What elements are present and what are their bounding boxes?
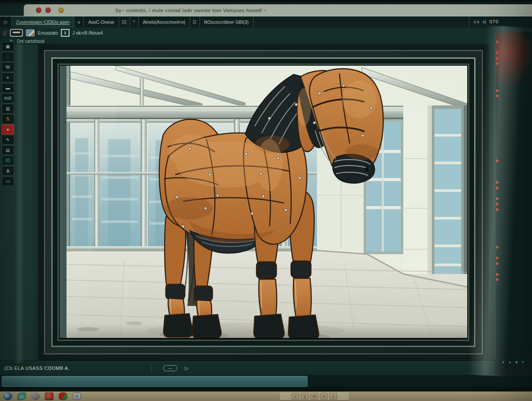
monitor-button[interactable]: I [291, 393, 299, 400]
tab-nav-back-icon[interactable]: |< [0, 16, 12, 28]
tab[interactable]: ^ [130, 16, 139, 28]
code-line: (M<O) Ca( [495, 88, 532, 93]
chevron-bar-icon[interactable]: ʌ| [483, 19, 486, 24]
window-controls [36, 7, 68, 13]
code-line: )OBM ._( [495, 191, 532, 196]
tool-button[interactable]: A [2, 166, 14, 176]
tool-button[interactable]: Im0 [2, 93, 14, 103]
bezel-sticker [31, 392, 40, 400]
tool-icon: ✎ [6, 137, 10, 142]
tool-icon: ▭ [6, 179, 10, 184]
code-line: OF00=1OM [495, 45, 532, 50]
tab[interactable]: Aloels(Ascocmool<e| [139, 16, 190, 28]
tab[interactable]: D| [119, 16, 130, 28]
screen-bottom-edge [0, 387, 532, 391]
code-line: OONJ UE( [495, 109, 532, 115]
code-line: eDQ'( [495, 304, 532, 309]
tool-icon: A [6, 169, 9, 173]
close-button-2[interactable] [45, 7, 51, 13]
monitor-button[interactable]: Λ [320, 393, 328, 400]
code-line: -14O =O( [495, 185, 532, 191]
code-line: (x3 ,J(( [495, 266, 532, 272]
code-line: wBUt|i<7) [495, 50, 532, 56]
filmstrip-label[interactable]: Ersuszato [38, 30, 58, 35]
monitor-button-panel: I 1 Π Λ | [280, 393, 349, 400]
tab[interactable]: AseC-Onese [84, 16, 119, 28]
tool-button[interactable]: ▣ [2, 41, 14, 51]
code-line: DB2L32 4V [495, 55, 532, 61]
tab[interactable]: NOscoccrldoer GBI(3) [200, 16, 253, 28]
code-line: dPO)O)3( [495, 174, 532, 180]
horizontal-scrollbar[interactable] [0, 374, 532, 388]
sync-label[interactable]: Dnt cartzbasal [17, 39, 44, 44]
page-label[interactable]: J ok>/8 /Nous4 [73, 30, 103, 35]
tool-icon: ▤ [6, 148, 10, 153]
tool-button[interactable]: ▥ [2, 104, 14, 114]
code-line: OF LDUT G [495, 99, 532, 104]
page-icon[interactable]: 1 [61, 29, 70, 37]
code-line: UO1Z =(( [495, 271, 532, 277]
tab-bar: |< Zusenotogen CIDEto asen ∨ AseC-Onese … [0, 16, 532, 28]
cursor-play-icon[interactable]: ▷ [185, 366, 188, 371]
code-line: O39F CO7( [495, 120, 532, 126]
tab[interactable]: D [190, 16, 200, 28]
monitor-button[interactable]: | [329, 393, 337, 400]
code-line: CO@>OGI( [495, 104, 532, 110]
tab-label: ^ [133, 19, 135, 25]
panel-footer-icons[interactable]: ◐ ◒ ● ◓ [496, 360, 532, 366]
toolbar: |)ʼ Ersuszato 1 J ok>/8 /Nous4 ↻ Dnt car… [0, 28, 532, 45]
code-line: D)3I 7(( [495, 277, 532, 283]
tool-button[interactable]: ∴ [2, 52, 14, 62]
image-strip-icon[interactable] [10, 29, 23, 37]
code-line: CAC( [495, 315, 532, 320]
close-button[interactable] [36, 7, 41, 13]
titlebar-corner [0, 4, 24, 16]
code-line: -40T BB 5T( [495, 34, 532, 39]
monitor-button[interactable]: Π [310, 393, 318, 400]
chevron-up-icons[interactable]: ʌ ʌ [474, 19, 479, 24]
code-line: LUCE9 .M) [495, 61, 532, 67]
code-line: BT BH .D(( [495, 147, 532, 153]
tool-button[interactable]: ▭ [2, 176, 14, 186]
code-line: OETT 7m( [495, 207, 532, 212]
bezel-sticker [45, 392, 54, 400]
tool-button[interactable]: W [2, 62, 14, 72]
dash-icon[interactable]: — [163, 365, 177, 371]
code-line: OCCI EO)( [495, 201, 532, 207]
code-line: M [495, 288, 532, 293]
code-line: OBVBM(( [495, 250, 532, 255]
code-line: C<D( [495, 299, 532, 304]
thumbnail-icon[interactable] [26, 29, 35, 36]
scrollbar-thumb[interactable] [2, 376, 307, 387]
tab[interactable]: Zusenotogen CIDEto asen [12, 16, 74, 28]
code-line: <OWRT =3( [495, 137, 532, 142]
window-titlebar: Sy~ commits, / mule conlad ladir oweste … [24, 4, 532, 16]
tool-button[interactable]: ≡ [2, 73, 14, 83]
tab[interactable]: ∨ [74, 16, 84, 28]
monitor-photo: Sy~ commits, / mule conlad ladir oweste … [0, 0, 532, 401]
code-panel[interactable]: -40T BB 5T( hY C3XL: OF00=1OM wBUt|i<7) … [495, 32, 532, 359]
tool-icon: ≡ [6, 75, 9, 80]
tool-button[interactable]: ▬ [2, 83, 14, 93]
tool-icon: ● [6, 127, 9, 132]
monitor-bottom-bezel: I 1 Π Λ | [0, 391, 532, 401]
minimize-button[interactable] [58, 7, 64, 13]
code-line: OER. [495, 342, 532, 347]
grip-icon: |)ʼ [3, 31, 7, 35]
code-line: CCL( [495, 331, 532, 337]
tool-button[interactable]: ▤ [2, 145, 14, 155]
code-line: T 2OnG(( [495, 180, 532, 185]
monitor-top-bezel [0, 0, 532, 4]
monitor-button[interactable]: 1 [301, 393, 309, 400]
code-line: UBN. 1O( [495, 223, 532, 229]
code-line: OnnCBL( [495, 217, 532, 223]
tool-button[interactable]: ● [2, 124, 14, 134]
tool-button[interactable]: ✎ [2, 135, 14, 145]
status-text: (Cb ELA USASS CDOMB A. [4, 366, 70, 371]
tool-button[interactable]: 31 [2, 156, 14, 165]
tool-button[interactable]: S [2, 114, 14, 124]
status-separator [152, 364, 152, 372]
status-bar: (Cb ELA USASS CDOMB A. — ▷ [0, 361, 495, 375]
bezel-sticker [3, 392, 12, 400]
tool-icon: ▥ [6, 106, 10, 111]
